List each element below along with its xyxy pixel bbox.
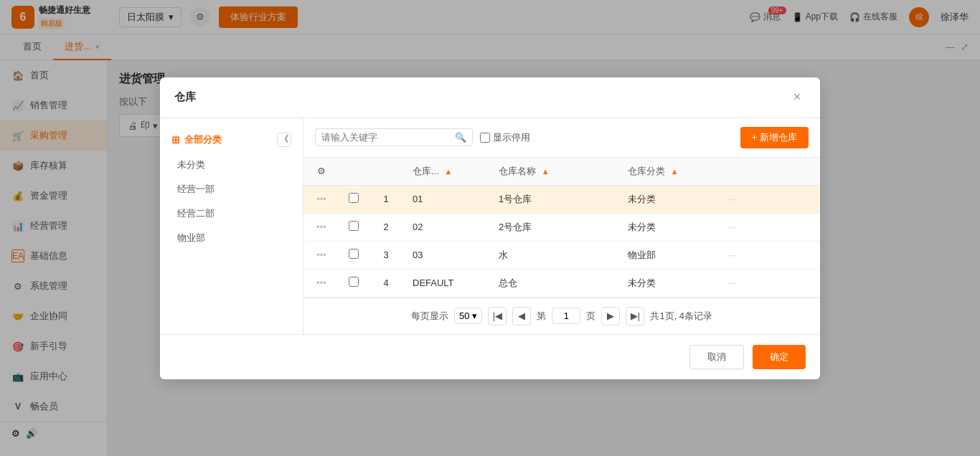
row-category-3: 未分类 xyxy=(619,269,720,297)
table-row[interactable]: ••• 3 03 水 物业部 ··· xyxy=(303,241,820,269)
row-checkbox-2[interactable] xyxy=(339,241,368,269)
row-name-2: 水 xyxy=(490,241,619,269)
row-code-1: 02 xyxy=(404,213,490,241)
row-name-3: 总仓 xyxy=(490,269,619,297)
category-property[interactable]: 物业部 xyxy=(160,226,303,250)
col-num xyxy=(368,158,404,186)
row-category-1: 未分类 xyxy=(619,213,720,241)
show-disabled-checkbox[interactable] xyxy=(480,133,490,143)
table-panel: 🔍 显示停用 + 新增仓库 ⚙ xyxy=(303,118,820,334)
row-action-3[interactable]: ··· xyxy=(720,269,820,297)
row-name-1: 2号仓库 xyxy=(490,213,619,241)
row-settings-3[interactable]: ••• xyxy=(303,269,339,297)
col-category-header[interactable]: 仓库分类 ▲ xyxy=(619,158,720,186)
dialog-footer: 取消 确定 xyxy=(160,334,820,379)
col-name-header[interactable]: 仓库名称 ▲ xyxy=(490,158,619,186)
per-page-select[interactable]: 50 ▾ xyxy=(454,308,482,324)
table-row[interactable]: ••• 1 01 1号仓库 未分类 ··· xyxy=(303,185,820,213)
category-panel: ⊞ 全部分类 《 未分类 经营一部 经营二部 物业部 xyxy=(160,118,303,334)
search-icon[interactable]: 🔍 xyxy=(455,132,466,143)
dialog-overlay: 仓库 × ⊞ 全部分类 《 未分类 经营一部 经营二部 物业部 xyxy=(0,0,980,456)
row-category-0: 未分类 xyxy=(619,185,720,213)
page-prev-button[interactable]: ◀ xyxy=(512,307,531,326)
row-code-3: DEFAULT xyxy=(404,269,490,297)
show-disabled-label[interactable]: 显示停用 xyxy=(480,131,530,144)
data-table: ⚙ 仓库... ▲ 仓库名称 ▲ xyxy=(303,158,820,298)
row-action-1[interactable]: ··· xyxy=(720,213,820,241)
collapse-button[interactable]: 《 xyxy=(277,133,291,147)
row-num-0: 1 xyxy=(368,185,404,213)
search-input[interactable] xyxy=(321,132,455,143)
row-checkbox-0[interactable] xyxy=(339,185,368,213)
confirm-button[interactable]: 确定 xyxy=(753,345,806,369)
row-code-0: 01 xyxy=(404,185,490,213)
new-warehouse-button[interactable]: + 新增仓库 xyxy=(740,127,809,148)
page-label: 第 xyxy=(537,310,546,323)
row-checkbox-1[interactable] xyxy=(339,213,368,241)
row-category-2: 物业部 xyxy=(619,241,720,269)
row-settings-1[interactable]: ••• xyxy=(303,213,339,241)
page-total-info: 共1页, 4条记录 xyxy=(650,310,712,323)
per-page-chevron: ▾ xyxy=(472,310,477,321)
category-operations1[interactable]: 经营一部 xyxy=(160,177,303,201)
row-num-3: 4 xyxy=(368,269,404,297)
category-operations2[interactable]: 经营二部 xyxy=(160,201,303,226)
row-num-2: 3 xyxy=(368,241,404,269)
col-checkbox xyxy=(339,158,368,186)
dialog-body: ⊞ 全部分类 《 未分类 经营一部 经营二部 物业部 🔍 xyxy=(160,118,820,334)
col-settings[interactable]: ⚙ xyxy=(303,158,339,186)
sort-category-icon: ▲ xyxy=(671,167,679,176)
dialog-title: 仓库 xyxy=(174,90,196,104)
row-checkbox-3[interactable] xyxy=(339,269,368,297)
search-input-wrap: 🔍 xyxy=(315,128,473,146)
pagination: 每页显示 50 ▾ |◀ ◀ 第 页 ▶ ▶| 共1页, 4条记录 xyxy=(303,298,820,334)
dialog-header: 仓库 × xyxy=(160,77,820,118)
row-name-0: 1号仓库 xyxy=(490,185,619,213)
row-settings-2[interactable]: ••• xyxy=(303,241,339,269)
dialog-close-button[interactable]: × xyxy=(788,89,806,106)
table-row[interactable]: ••• 4 DEFAULT 总仓 未分类 ··· xyxy=(303,269,820,297)
col-code-header[interactable]: 仓库... ▲ xyxy=(404,158,490,186)
page-first-button[interactable]: |◀ xyxy=(488,307,507,326)
page-number-input[interactable] xyxy=(552,308,580,324)
row-settings-0[interactable]: ••• xyxy=(303,185,339,213)
page-next-button[interactable]: ▶ xyxy=(601,307,620,326)
table-row[interactable]: ••• 2 02 2号仓库 未分类 ··· xyxy=(303,213,820,241)
cancel-button[interactable]: 取消 xyxy=(689,345,744,369)
grid-icon: ⊞ xyxy=(171,134,180,146)
per-page-label: 每页显示 xyxy=(411,310,448,323)
row-action-0[interactable]: ··· xyxy=(720,185,820,213)
page-last-button[interactable]: ▶| xyxy=(626,307,644,326)
category-unclassified[interactable]: 未分类 xyxy=(160,153,303,177)
sort-code-icon: ▲ xyxy=(444,167,452,176)
row-code-2: 03 xyxy=(404,241,490,269)
row-action-2[interactable]: ··· xyxy=(720,241,820,269)
category-all[interactable]: ⊞ 全部分类 《 xyxy=(160,127,303,153)
warehouse-dialog: 仓库 × ⊞ 全部分类 《 未分类 经营一部 经营二部 物业部 xyxy=(160,77,820,379)
page-suffix: 页 xyxy=(586,310,595,323)
sort-name-icon: ▲ xyxy=(542,167,550,176)
table-toolbar: 🔍 显示停用 + 新增仓库 xyxy=(303,118,820,158)
row-num-1: 2 xyxy=(368,213,404,241)
col-actions xyxy=(720,158,820,186)
